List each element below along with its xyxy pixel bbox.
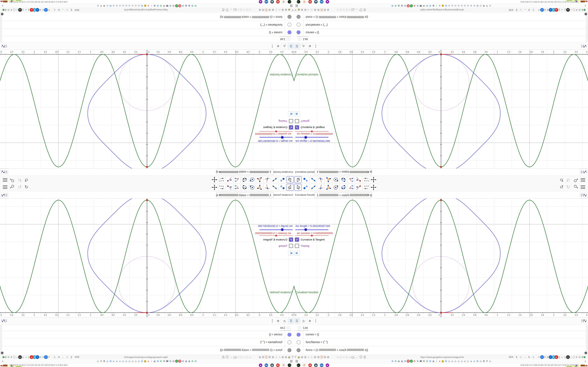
visibility-toggle-gray-icon[interactable]	[297, 348, 301, 352]
favicon[interactable]: G	[413, 360, 416, 363]
taskbar-app-icon[interactable]: ☻	[326, 364, 329, 367]
extension-icon[interactable]: ⊕	[304, 355, 307, 359]
algebra-row-funcnames[interactable]: funcNames = {" "}	[294, 338, 588, 346]
circle-tool-button[interactable]	[332, 184, 339, 191]
arc-length-slider[interactable]	[295, 229, 329, 230]
favicon[interactable]: G	[444, 360, 448, 363]
favicon[interactable]: ◉	[397, 360, 400, 363]
favicon[interactable]: ◉	[400, 360, 403, 363]
algebra-row-funcs[interactable]: funcs = {1.00000000000 + cos(4.000000000…	[294, 346, 588, 354]
floating-keyboard-button[interactable]	[585, 352, 587, 354]
favicon[interactable]: ◇	[473, 360, 476, 363]
shield-icon[interactable]	[359, 356, 362, 359]
style-wave-icon	[0, 169, 8, 175]
favicon[interactable]: ◇	[460, 360, 463, 363]
star-icon[interactable]: ☆	[519, 355, 523, 359]
chevron-up-icon[interactable]: ∧	[585, 360, 586, 362]
url-text[interactable]: https://www.geogebra.org/classic/aagcxh3…	[420, 356, 464, 359]
graphics-style-button[interactable]	[579, 192, 588, 198]
extension-icon[interactable]: ϒ	[294, 355, 298, 359]
perpendicular-line-tool-button[interactable]	[317, 184, 324, 191]
refresh-icon[interactable]: ↻	[527, 355, 531, 359]
function-dropdown[interactable]: 1.000000000000 + cos(4.000000000000 x) ▼	[315, 192, 371, 198]
redo-button[interactable]: ↻	[566, 184, 570, 189]
favicon[interactable]: G	[404, 360, 406, 363]
favicon[interactable]: ◇	[457, 360, 460, 363]
fx-button[interactable]: fx	[301, 318, 306, 324]
polygon-tool-button[interactable]	[325, 184, 332, 191]
taskbar-app-icon[interactable]: >_	[297, 364, 300, 367]
arc-position-slider-knob[interactable]	[311, 235, 312, 236]
graphics-view[interactable]: -2.6-2.4-2.2-2-1.8-1.6-1.4-1.2-1-0.8-0.6…	[294, 199, 588, 317]
angle-tool-button[interactable]: α	[347, 184, 355, 191]
collapse-list-button[interactable]: −	[298, 326, 302, 330]
favicon[interactable]: R	[407, 360, 410, 363]
reader-icon[interactable]: ¶	[515, 355, 518, 359]
favicon[interactable]: ◇	[454, 360, 457, 363]
algebra-style-button[interactable]	[295, 318, 300, 324]
slider-tool-button[interactable]: a = 2	[363, 184, 370, 191]
ellipse-tool-button[interactable]	[340, 184, 347, 191]
favicon[interactable]: f	[485, 360, 488, 363]
download-icon[interactable]: ⇩	[532, 355, 535, 359]
main-menu-button[interactable]	[581, 184, 585, 190]
favicon[interactable]: i	[435, 360, 438, 363]
extension-icon[interactable]: ⊕	[327, 355, 330, 359]
extension-icon[interactable]: ⊕	[314, 355, 317, 359]
favicon[interactable]: G	[416, 360, 419, 363]
back-arrow-icon[interactable]: ←	[355, 355, 359, 359]
favicon[interactable]: ⚙	[482, 360, 485, 363]
undo-button[interactable]: ↺	[560, 184, 563, 189]
favicon[interactable]: G	[426, 360, 429, 363]
favicon[interactable]: ◇	[463, 360, 466, 363]
favicon[interactable]: W	[419, 360, 422, 363]
step-button[interactable]: ▶▏	[294, 250, 300, 256]
scrollbar[interactable]	[586, 325, 588, 355]
visibility-toggle-off-icon[interactable]	[297, 341, 301, 344]
settings-button[interactable]: ⚙	[307, 318, 312, 324]
extension-icon[interactable]: ◉	[298, 355, 301, 359]
favicon[interactable]: ✓	[410, 360, 413, 363]
taskbar-app-icon[interactable]: ▣	[314, 364, 318, 367]
favicon[interactable]: ▦	[441, 360, 444, 363]
line-tool-button[interactable]	[310, 184, 317, 191]
favicon[interactable]: ◇	[489, 360, 492, 363]
extension-icon[interactable]: ⓕ	[320, 355, 324, 359]
favicon[interactable]: G	[476, 360, 479, 363]
taskbar-app-icon[interactable]: ⓕ	[303, 364, 306, 367]
curvature-tangent-checkbox[interactable]: ✓	[295, 237, 299, 242]
favicon[interactable]: ◇	[448, 360, 451, 363]
arrow-icon[interactable]: →	[523, 355, 527, 359]
favicon[interactable]: ◉	[432, 360, 435, 363]
algebra-row-curves[interactable]: curves = {}	[294, 331, 588, 338]
taskbar-app-icon[interactable]: ⚙	[308, 364, 312, 367]
favicon[interactable]: ●	[470, 360, 473, 363]
folder-icon[interactable]	[351, 356, 355, 359]
point-tool-button[interactable]: A	[302, 184, 309, 191]
visibility-toggle-on-icon[interactable]	[297, 333, 301, 337]
favicon[interactable]: G	[391, 360, 394, 363]
favicon[interactable]: ◇	[451, 360, 454, 363]
favicon[interactable]: ●	[438, 360, 441, 363]
arc-length-slider-knob[interactable]	[304, 228, 307, 231]
ellipse-tool-button	[241, 184, 248, 191]
tracing-checkbox[interactable]	[295, 244, 299, 248]
favicon[interactable]: ◇	[467, 360, 469, 363]
favicon[interactable]: ✱	[423, 360, 425, 363]
extension-icon[interactable]: ⚙	[317, 355, 320, 359]
more-options-button[interactable]	[314, 319, 318, 323]
extension-icon[interactable]: ⊕	[301, 355, 304, 359]
favicon[interactable]: G	[394, 360, 397, 363]
svg-text:2.6: 2.6	[0, 314, 2, 316]
svg-text:1.4: 1.4	[67, 51, 70, 53]
search-button[interactable]	[574, 184, 578, 189]
extension-icon[interactable]: ∩	[307, 355, 311, 359]
extension-icon[interactable]: ∩	[311, 355, 314, 359]
move-graphics-tool-button[interactable]	[370, 184, 377, 191]
favicon[interactable]: ◇	[479, 360, 482, 363]
extension-icon[interactable]: ⚙	[324, 355, 327, 359]
favicon[interactable]: G	[429, 360, 432, 363]
taskbar-app-icon[interactable]: 64	[320, 364, 323, 367]
move-tool-button[interactable]	[294, 184, 302, 191]
reflect-tool-button[interactable]	[355, 184, 362, 191]
